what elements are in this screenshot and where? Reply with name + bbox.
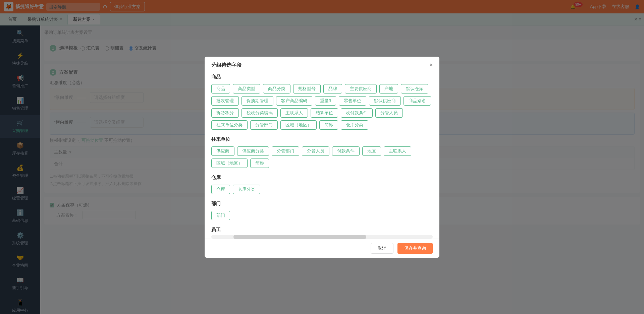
tag-area[interactable]: 地区 <box>362 146 381 156</box>
tag-abbrev[interactable]: 简称 <box>250 159 269 168</box>
tag-mgmt-dept[interactable]: 分管部门 <box>250 120 278 130</box>
tag-product-type[interactable]: 商品类型 <box>233 84 260 93</box>
tag-product[interactable]: 商品 <box>211 84 230 93</box>
modal-close-button[interactable]: × <box>430 62 433 68</box>
tag-default-supplier[interactable]: 默认供应商 <box>369 96 401 106</box>
modal-horizontal-scrollbar[interactable] <box>211 235 433 239</box>
tag-region[interactable]: 区域（地区） <box>280 120 317 130</box>
section-counterpart-tags: 供应商 供应商分类 分管部门 分管人员 付款条件 地区 主联系人 区域（地区） … <box>211 146 431 168</box>
tag-quality-mgmt[interactable]: 保质期管理 <box>241 96 273 106</box>
modal-save-query-button[interactable]: 保存并查询 <box>397 243 433 254</box>
section-warehouse-tags: 仓库 仓库分类 <box>211 185 431 194</box>
modal-title: 分组待选字段 <box>211 62 241 68</box>
section-counterpart-title: 往来单位 <box>211 136 431 142</box>
section-warehouse-title: 仓库 <box>211 175 431 181</box>
modal-footer: 取消 保存并查询 <box>205 239 439 258</box>
modal-overlay: 分组待选字段 × 商品 商品 商品类型 商品分类 规格型号 品牌 主要供应商 产… <box>0 0 644 314</box>
tag-person-mgmt[interactable]: 分管人员 <box>302 146 329 156</box>
tag-spec-model[interactable]: 规格型号 <box>293 84 321 93</box>
tag-dept[interactable]: 部门 <box>211 211 230 220</box>
tag-region2[interactable]: 区域（地区） <box>211 159 248 168</box>
modal-scroll-container[interactable]: 商品 商品 商品类型 商品分类 规格型号 品牌 主要供应商 产地 默认仓库 批次… <box>205 74 439 235</box>
tag-supplier[interactable]: 供应商 <box>211 146 234 156</box>
modal-section-warehouse: 仓库 仓库 仓库分类 <box>205 175 438 194</box>
tag-tax-code[interactable]: 税收分类编码 <box>241 108 278 118</box>
section-product-title: 商品 <box>211 74 431 80</box>
tag-main-supplier[interactable]: 主要供应商 <box>345 84 377 93</box>
tag-product-category[interactable]: 商品分类 <box>263 84 290 93</box>
modal-section-dept: 部门 部门 <box>205 201 438 220</box>
tag-settlement-unit[interactable]: 结算单位 <box>311 108 338 118</box>
tag-origin[interactable]: 产地 <box>379 84 398 93</box>
modal-header: 分组待选字段 × <box>205 57 439 74</box>
modal-cancel-button[interactable]: 取消 <box>371 243 393 254</box>
tag-brand[interactable]: 品牌 <box>323 84 342 93</box>
tag-payment-terms[interactable]: 收付款条件 <box>341 108 373 118</box>
tag-customer-code[interactable]: 客户商品编码 <box>276 96 312 106</box>
section-product-tags: 商品 商品类型 商品分类 规格型号 品牌 主要供应商 产地 默认仓库 批次管理 … <box>211 84 431 130</box>
tag-dept-mgmt[interactable]: 分管部门 <box>272 146 299 156</box>
tag-main-contact[interactable]: 主联系人 <box>280 108 308 118</box>
modal-horizontal-scrollbar-thumb <box>233 235 366 239</box>
tag-main-contact2[interactable]: 主联系人 <box>384 146 411 156</box>
modal: 分组待选字段 × 商品 商品 商品类型 商品分类 规格型号 品牌 主要供应商 产… <box>205 57 439 258</box>
tag-warehouse-cat[interactable]: 仓库分类 <box>233 185 260 194</box>
tag-warehouse[interactable]: 仓库 <box>211 185 230 194</box>
modal-section-counterpart: 往来单位 供应商 供应商分类 分管部门 分管人员 付款条件 地区 主联系人 区域… <box>205 136 438 168</box>
tag-product-alias[interactable]: 商品别名 <box>404 96 431 106</box>
tag-supplier-category[interactable]: 供应商分类 <box>237 146 269 156</box>
tag-payment-condition[interactable]: 付款条件 <box>332 146 360 156</box>
modal-section-employee: 员工 业务员 <box>205 227 438 235</box>
modal-section-product: 商品 商品 商品类型 商品分类 规格型号 品牌 主要供应商 产地 默认仓库 批次… <box>205 74 438 130</box>
tag-unpack-points[interactable]: 拆货积分 <box>211 108 239 118</box>
tag-default-warehouse[interactable]: 默认仓库 <box>401 84 428 93</box>
section-dept-tags: 部门 <box>211 211 431 220</box>
tag-batch-mgmt[interactable]: 批次管理 <box>211 96 239 106</box>
tag-counterpart-category[interactable]: 往来单位分类 <box>211 120 248 130</box>
tag-retail-unit[interactable]: 零售单位 <box>339 96 366 106</box>
tag-weight3[interactable]: 重量3 <box>315 96 336 106</box>
tag-short-name[interactable]: 简称 <box>319 120 338 130</box>
tag-supervisor[interactable]: 分管人员 <box>375 108 403 118</box>
section-employee-title: 员工 <box>211 227 431 233</box>
section-dept-title: 部门 <box>211 201 431 207</box>
tag-warehouse-category[interactable]: 仓库分类 <box>341 120 368 130</box>
